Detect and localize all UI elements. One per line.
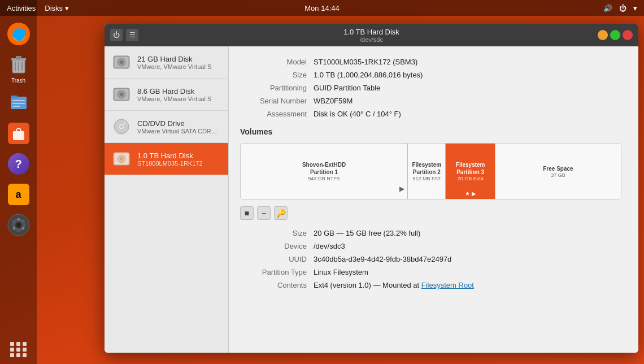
window-controls-left: ⏻ ☰ bbox=[110, 29, 138, 41]
size-label: Size bbox=[240, 71, 314, 79]
disk-model-8gb: VMware, VMware Virtual S bbox=[137, 96, 221, 102]
disks-label: Disks bbox=[45, 4, 63, 12]
detail-row-assessment: Assessment Disk is OK (40° C / 104° F) bbox=[240, 110, 621, 118]
topbar-right: 🔊 ⏻ ▾ bbox=[603, 4, 637, 12]
part-uuid-value: 3c40db5a-d3e9-4d42-9fdb-38bd47e2497d bbox=[314, 255, 451, 263]
svg-point-31 bbox=[120, 93, 123, 96]
svg-point-41 bbox=[121, 154, 122, 155]
disk-hdd-icon-8gb bbox=[111, 84, 132, 105]
shopping-bag-icon bbox=[11, 125, 27, 141]
sidebar-item-disks[interactable] bbox=[4, 211, 33, 239]
disk-item-21gb[interactable]: 21 GB Hard Disk VMware, VMware Virtual S bbox=[105, 46, 228, 79]
ubuntu-sw-icon-area bbox=[7, 122, 31, 145]
disk-item-1tb[interactable]: 1.0 TB Hard Disk ST1000LM035-1RK172 bbox=[105, 143, 228, 175]
files-icon bbox=[8, 92, 29, 114]
show-applications-btn[interactable] bbox=[10, 342, 27, 357]
svg-rect-4 bbox=[16, 56, 21, 59]
files-icon-area bbox=[7, 91, 31, 115]
maximize-button[interactable] bbox=[610, 30, 620, 40]
trash-label: Trash bbox=[11, 77, 25, 84]
part-contents-value: Ext4 (version 1.0) — Mounted at Filesyst… bbox=[314, 281, 474, 289]
detail-row-part-type: Partition Type Linux Filesystem bbox=[240, 268, 621, 276]
disk-item-cdrom[interactable]: CD/DVD Drive VMware Virtual SATA CDRW Dr… bbox=[105, 111, 228, 143]
ubuntu-sw-icon bbox=[8, 123, 29, 144]
stop-volume-button[interactable]: ■ bbox=[240, 206, 254, 220]
volume-segment-1[interactable]: Shovon-ExtHDDPartition 1 943 GB NTFS ▶ bbox=[241, 144, 408, 199]
amazon-icon: a bbox=[8, 184, 29, 205]
sidebar-item-amazon[interactable]: a bbox=[4, 180, 33, 209]
amazon-icon-area: a bbox=[7, 183, 31, 206]
disk-name-cdrom: CD/DVD Drive bbox=[137, 119, 221, 128]
topbar-left: Activities Disks ▾ bbox=[7, 4, 69, 12]
remove-volume-button[interactable]: − bbox=[257, 206, 271, 220]
svg-point-20 bbox=[13, 227, 15, 229]
power-icon[interactable]: ⏻ bbox=[619, 4, 626, 12]
partitioning-value: GUID Partition Table bbox=[314, 84, 380, 92]
disk-hdd-icon-1tb bbox=[111, 149, 132, 169]
disk-menu-button[interactable]: ☰ bbox=[126, 29, 138, 41]
sidebar-item-help[interactable]: ? bbox=[4, 150, 33, 178]
window-header: ⏻ ☰ 1.0 TB Hard Disk /dev/sdc bbox=[105, 24, 638, 46]
sidebar-item-ubuntu-software[interactable] bbox=[4, 119, 33, 148]
part-contents-label: Contents bbox=[240, 281, 314, 289]
disk-model-cdrom: VMware Virtual SATA CDRW Drive bbox=[137, 128, 221, 135]
partitioning-label: Partitioning bbox=[240, 84, 314, 92]
trash-icon-area bbox=[7, 53, 31, 76]
model-value: ST1000LM035-1RK172 (SBM3) bbox=[314, 58, 417, 66]
volume-icon[interactable]: 🔊 bbox=[603, 4, 612, 12]
disk-info-8gb: 8.6 GB Hard Disk VMware, VMware Virtual … bbox=[137, 87, 221, 102]
serial-label: Serial Number bbox=[240, 97, 314, 105]
sidebar-item-trash[interactable]: Trash bbox=[4, 50, 33, 86]
detail-row-part-size: Size 20 GB — 15 GB free (23.2% full) bbox=[240, 229, 621, 237]
disk-name-8gb: 8.6 GB Hard Disk bbox=[137, 87, 221, 96]
disks-menu-btn[interactable]: Disks ▾ bbox=[45, 4, 69, 12]
disk-power-button[interactable]: ⏻ bbox=[110, 29, 123, 41]
svg-point-27 bbox=[121, 58, 122, 59]
svg-point-26 bbox=[120, 60, 123, 64]
volume-segment-freespace[interactable]: Free Space 37 GB bbox=[495, 144, 621, 199]
svg-rect-11 bbox=[12, 103, 25, 104]
detail-row-partitioning: Partitioning GUID Partition Table bbox=[240, 84, 621, 92]
serial-value: WBZ0F59M bbox=[314, 97, 353, 105]
disks-app-icon bbox=[7, 214, 30, 236]
sidebar-item-firefox[interactable] bbox=[4, 20, 33, 48]
sidebar-item-files[interactable] bbox=[4, 89, 33, 117]
sidebar: Trash ? bbox=[0, 0, 37, 364]
partition-stars: ★ ▶ bbox=[446, 190, 494, 197]
window-subtitle-text: /dev/sdc bbox=[360, 36, 383, 43]
firefox-icon bbox=[7, 23, 30, 45]
minimize-button[interactable] bbox=[598, 30, 608, 40]
part-type-label: Partition Type bbox=[240, 268, 314, 276]
svg-rect-12 bbox=[12, 106, 20, 107]
svg-rect-9 bbox=[11, 96, 18, 98]
disks-app-icon-area bbox=[7, 213, 31, 237]
detail-row-model: Model ST1000LM035-1RK172 (SBM3) bbox=[240, 58, 621, 66]
filesystem-root-link[interactable]: Filesystem Root bbox=[421, 281, 474, 289]
detail-row-serial: Serial Number WBZ0F59M bbox=[240, 97, 621, 105]
part-size-label: Size bbox=[240, 229, 314, 237]
detail-row-part-uuid: UUID 3c40db5a-d3e9-4d42-9fdb-38bd47e2497… bbox=[240, 255, 621, 263]
app-window: ⏻ ☰ 1.0 TB Hard Disk /dev/sdc bbox=[105, 24, 638, 353]
power-chevron-icon[interactable]: ▾ bbox=[633, 4, 637, 12]
settings-volume-button[interactable]: 🔑 bbox=[274, 206, 288, 220]
volume-arrow-icon[interactable]: ▶ bbox=[396, 183, 407, 194]
volume-segment-2[interactable]: FilesystemPartition 2 512 MB FAT bbox=[408, 144, 446, 199]
firefox-icon-area bbox=[7, 22, 31, 46]
model-label: Model bbox=[240, 58, 314, 66]
activities-label[interactable]: Activities bbox=[7, 4, 36, 12]
part-uuid-label: UUID bbox=[240, 255, 314, 263]
svg-point-35 bbox=[120, 125, 123, 128]
disk-item-8gb[interactable]: 8.6 GB Hard Disk VMware, VMware Virtual … bbox=[105, 79, 228, 111]
disk-info-21gb: 21 GB Hard Disk VMware, VMware Virtual S bbox=[137, 55, 221, 70]
svg-rect-10 bbox=[12, 100, 25, 101]
disk-hdd-icon-21gb bbox=[111, 52, 132, 72]
close-button[interactable] bbox=[623, 30, 633, 40]
grid-dots-icon bbox=[10, 342, 27, 357]
disk-list: 21 GB Hard Disk VMware, VMware Virtual S… bbox=[105, 46, 229, 353]
volume-segment-3[interactable]: FilesystemPartition 3 20 GB Ext4 ★ ▶ bbox=[446, 144, 495, 199]
part-type-value: Linux Filesystem bbox=[314, 268, 368, 276]
detail-row-size: Size 1.0 TB (1,000,204,886,016 bytes) bbox=[240, 71, 621, 79]
disk-info-cdrom: CD/DVD Drive VMware Virtual SATA CDRW Dr… bbox=[137, 119, 221, 135]
svg-point-18 bbox=[18, 218, 20, 220]
disk-name-1tb: 1.0 TB Hard Disk bbox=[137, 151, 221, 160]
